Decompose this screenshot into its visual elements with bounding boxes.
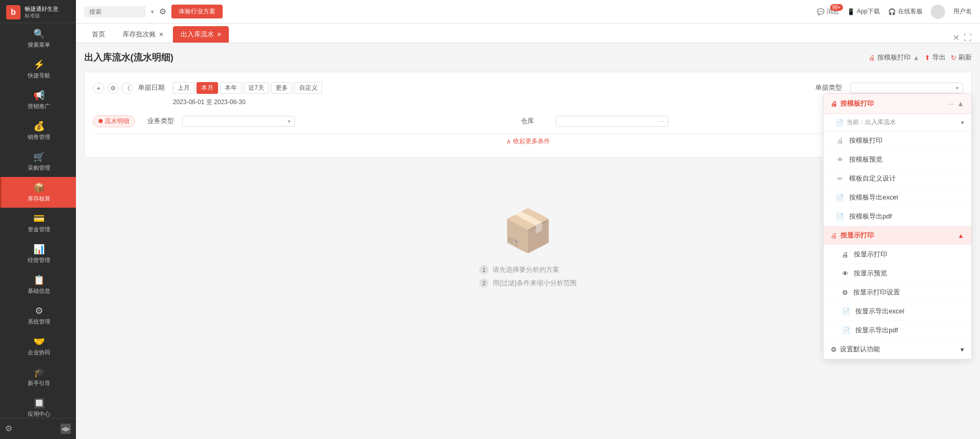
dp-template-print[interactable]: 🖨 按模板打印 (824, 131, 971, 150)
dp-default-arrow[interactable]: ▾ (961, 346, 964, 353)
filter-collapse-btn[interactable]: 《 (122, 83, 133, 94)
logo-icon: b (6, 5, 21, 19)
dp-display-section-arrow[interactable]: ▲ (957, 232, 964, 240)
dp-display-print-settings[interactable]: ⚙ 按显示打印设置 (824, 283, 971, 302)
app-download-label: App下载 (857, 7, 880, 16)
dp-template-export-excel[interactable]: 📄 按模板导出excel (824, 188, 971, 207)
tab-close-stock-flow[interactable]: × (217, 30, 221, 38)
date-btn-7days[interactable]: 近7天 (244, 82, 269, 94)
dp-display-export-pdf[interactable]: 📄 按显示导出pdf (824, 321, 971, 340)
dp-up-icon[interactable]: ▲ (957, 99, 964, 108)
date-btn-more[interactable]: 更多 (271, 82, 292, 94)
sidebar-footer: ⚙ ◀▶ (0, 418, 76, 439)
tabbar: 首页 库存批次账 × 出入库流水 × ✕ ⛶ (76, 24, 980, 43)
warehouse-more-icon[interactable]: ··· (660, 118, 664, 124)
user-name[interactable]: 用户名 (953, 7, 972, 16)
sidebar-item-新手引导[interactable]: 🎓新手引导 (0, 362, 76, 392)
sidebar-item-营销推广[interactable]: 📢营销推广 (0, 85, 76, 115)
tab-stock-flow[interactable]: 出入库流水 × (173, 26, 229, 43)
filter-add-btn[interactable]: + (93, 83, 104, 94)
message-icon: 💬 (817, 8, 825, 15)
brand-version: 标准版 (25, 12, 58, 19)
filter-tag-flow[interactable]: 流水明细 (93, 115, 135, 127)
sidebar-logo: b 畅捷通好生意 标准版 (0, 0, 76, 23)
page-content: 出入库流水(流水明细) 🖨 按模板打印 ▲ ⬆ 导出 ↻ 刷新 (76, 43, 980, 439)
step-num-2: 2 (479, 278, 488, 288)
export-icon: ⬆ (925, 54, 930, 62)
sidebar-item-销售管理[interactable]: 💰销售管理 (0, 115, 76, 146)
print-template-btn[interactable]: 🖨 按模板打印 ▲ (869, 53, 919, 62)
tag-dot-icon (99, 119, 103, 123)
topbar: ▾ ⚙ 体验行业方案 💬 消息 99+ 📱 App下载 🎧 在线客服 (76, 0, 980, 24)
search-input[interactable] (84, 6, 146, 17)
dp-template-preview[interactable]: 👁 按模板预览 (824, 150, 971, 169)
tab-inventory-batch[interactable]: 库存批次账 × (115, 26, 171, 43)
app-download-btn[interactable]: 📱 App下载 (847, 7, 880, 16)
topbar-gear-icon[interactable]: ⚙ (159, 7, 166, 16)
voucher-type-select[interactable]: ▾ (850, 83, 963, 93)
date-btn-custom[interactable]: 自定义 (295, 82, 322, 94)
sidebar-collapse-btn[interactable]: ◀▶ (61, 424, 71, 434)
sidebar-item-应用中心[interactable]: 🔲应用中心 (0, 392, 76, 418)
dp-display-export-excel[interactable]: 📄 按显示导出excel (824, 302, 971, 321)
sidebar-item-搜索菜单[interactable]: 🔍搜索菜单 (0, 23, 76, 54)
export-btn[interactable]: ⬆ 导出 (925, 53, 946, 62)
sidebar-item-经营管理[interactable]: 📊经营管理 (0, 238, 76, 269)
user-avatar[interactable] (931, 5, 945, 19)
dp-expand-icon[interactable]: ··· (948, 99, 954, 108)
date-range-display: 2023-06-01 至 2023-06-30 (173, 98, 245, 107)
date-btn-last-month[interactable]: 上月 (173, 82, 194, 94)
logo-text-block: 畅捷通好生意 标准版 (25, 5, 58, 19)
sidebar-item-企业协同[interactable]: 🤝企业协同 (0, 331, 76, 362)
dp-display-print[interactable]: 🖨 按显示打印 (824, 245, 971, 264)
dp-template-design[interactable]: ✏ 模板自定义设计 (824, 169, 971, 188)
tab-home[interactable]: 首页 (84, 26, 113, 43)
tab-window-buttons: ✕ ⛶ (953, 33, 972, 43)
filter-set-btn[interactable]: ⚙ (107, 83, 119, 94)
dp-default-section[interactable]: ⚙ 设置默认功能 ▾ (824, 340, 971, 359)
dp-display-section[interactable]: 🖨 按显示打印 ▲ (824, 226, 971, 245)
refresh-icon: ↻ (951, 54, 956, 62)
sidebar-item-采购管理[interactable]: 🛒采购管理 (0, 146, 76, 177)
tab-close-inventory-batch[interactable]: × (159, 30, 163, 38)
dp-print-icon: 🖨 (836, 136, 844, 145)
empty-step-2: 2 用[过滤]条件来缩小分析范围 (479, 278, 576, 288)
trial-btn[interactable]: 体验行业方案 (171, 5, 223, 18)
online-service-btn[interactable]: 🎧 在线客服 (888, 7, 923, 16)
sidebar-item-库存核算[interactable]: 📦库存核算 (0, 177, 76, 208)
message-btn[interactable]: 💬 消息 99+ (817, 7, 839, 16)
current-dropdown-arrow[interactable]: ▾ (961, 119, 964, 126)
online-service-label: 在线客服 (898, 7, 923, 16)
main-content: ▾ ⚙ 体验行业方案 💬 消息 99+ 📱 App下载 🎧 在线客服 (76, 0, 980, 439)
dp-pdf-icon: 📄 (836, 212, 844, 221)
empty-icon: 📦 (502, 207, 554, 255)
page-title-bar: 出入库流水(流水明细) 🖨 按模板打印 ▲ ⬆ 导出 ↻ 刷新 (84, 51, 972, 64)
refresh-btn[interactable]: ↻ 刷新 (951, 53, 972, 62)
filter-warehouse-label: 仓库 (521, 114, 552, 128)
dp-template-export-pdf[interactable]: 📄 按模板导出pdf (824, 207, 971, 226)
date-btn-this-year[interactable]: 本年 (220, 82, 242, 94)
date-buttons: 上月 本月 本年 近7天 更多 自定义 (173, 82, 322, 94)
sidebar-settings-icon[interactable]: ⚙ (5, 424, 12, 434)
dp-header: 🖨 按模板打印 ··· ▲ (824, 94, 971, 114)
sidebar-item-系统管理[interactable]: ⚙系统管理 (0, 300, 76, 331)
current-icon: 📄 (836, 119, 844, 126)
sidebar-item-快捷导航[interactable]: ⚡快捷导航 (0, 54, 76, 85)
dp-header-title: 🖨 按模板打印 (831, 99, 874, 108)
window-maximize-icon[interactable]: ⛶ (964, 33, 972, 43)
print-icon: 🖨 (869, 54, 875, 62)
dp-display-preview[interactable]: 👁 按显示预览 (824, 264, 971, 283)
filter-tag-label: 流水明细 (105, 117, 129, 126)
warehouse-select[interactable]: ··· (556, 116, 669, 127)
page-title-actions: 🖨 按模板打印 ▲ ⬆ 导出 ↻ 刷新 (869, 53, 972, 62)
app-download-icon: 📱 (847, 8, 855, 15)
biz-type-select[interactable]: ▾ (182, 116, 295, 127)
page-title: 出入库流水(流水明细) (84, 51, 173, 64)
search-dropdown-arrow[interactable]: ▾ (151, 8, 154, 15)
window-close-icon[interactable]: ✕ (953, 33, 959, 43)
sidebar-nav: 🔍搜索菜单⚡快捷导航📢营销推广💰销售管理🛒采购管理📦库存核算💳资金管理📊经营管理… (0, 23, 76, 418)
dp-design-icon: ✏ (836, 174, 844, 183)
sidebar-item-基础信息[interactable]: 📋基础信息 (0, 269, 76, 300)
sidebar-item-资金管理[interactable]: 💳资金管理 (0, 208, 76, 238)
date-btn-this-month[interactable]: 本月 (197, 82, 218, 94)
